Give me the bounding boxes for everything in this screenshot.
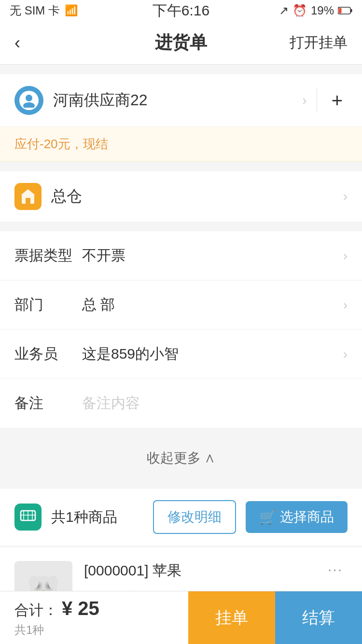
invoice-value: 不开票	[82, 246, 343, 266]
supplier-chevron-icon: ›	[302, 93, 306, 108]
carrier-label: 无 SIM 卡	[10, 3, 60, 18]
status-bar: 无 SIM 卡 📶 下午6:16 ↗ ⏰ 19%	[0, 0, 362, 21]
sales-row[interactable]: 业务员 这是859的小智 ›	[0, 330, 362, 379]
product-code: [0000001]	[84, 562, 148, 578]
dept-row[interactable]: 部门 总 部 ›	[0, 280, 362, 330]
svg-rect-2	[339, 8, 342, 14]
location-icon: ↗	[279, 4, 289, 17]
bottom-bar: 合计： ¥ 25 共1种 挂单 结算	[0, 591, 362, 644]
product-name: [0000001] 苹果	[84, 561, 323, 581]
add-supplier-button[interactable]: +	[327, 90, 348, 112]
invoice-chevron-icon: ›	[343, 248, 348, 264]
total-amount: ¥ 25	[62, 598, 99, 619]
warehouse-name: 总仓	[51, 186, 343, 207]
collapse-row[interactable]: 收起更多 ∧	[0, 437, 362, 479]
product-menu-button[interactable]: ···	[323, 561, 348, 577]
sales-value: 这是859的小智	[82, 344, 343, 364]
status-time: 下午6:16	[153, 1, 209, 21]
invoice-row[interactable]: 票据类型 不开票 ›	[0, 231, 362, 280]
svg-rect-7	[26, 198, 30, 204]
page-title: 进货单	[155, 31, 207, 55]
select-product-icon: 🛒	[259, 509, 276, 525]
svg-point-3	[26, 95, 32, 101]
product-header: 共1种商品 修改明细 🛒 选择商品	[0, 489, 362, 546]
battery-icon	[338, 7, 352, 14]
svg-point-18	[29, 575, 39, 589]
nav-bar: ‹ 进货单 打开挂单	[0, 21, 362, 65]
svg-point-19	[48, 575, 58, 589]
svg-point-4	[23, 102, 35, 108]
status-right: ↗ ⏰ 19%	[279, 4, 352, 17]
select-product-label: 选择商品	[280, 508, 334, 526]
back-button[interactable]: ‹	[14, 33, 20, 53]
product-title-name: 苹果	[153, 562, 181, 578]
edit-detail-button[interactable]: 修改明细	[153, 500, 236, 534]
alarm-icon: ⏰	[292, 4, 307, 17]
warehouse-icon	[14, 183, 42, 210]
section-divider-1	[0, 65, 362, 74]
warehouse-row[interactable]: 总仓 ›	[0, 171, 362, 222]
supplier-avatar	[14, 86, 43, 115]
supplier-row[interactable]: 河南供应商22 › +	[0, 74, 362, 127]
product-icon	[14, 504, 42, 531]
battery-label: 19%	[311, 4, 334, 17]
total-section: 合计： ¥ 25 共1种	[0, 591, 188, 644]
select-product-button[interactable]: 🛒 选择商品	[246, 501, 348, 533]
dept-label: 部门	[14, 295, 82, 315]
form-section: 票据类型 不开票 › 部门 总 部 › 业务员 这是859的小智 › 备注 备注…	[0, 231, 362, 428]
dept-chevron-icon: ›	[343, 297, 348, 313]
notice-bar: 应付-20元，现结	[0, 127, 362, 162]
wifi-icon: 📶	[65, 4, 78, 17]
warehouse-chevron-icon: ›	[343, 189, 348, 204]
total-line1: 合计： ¥ 25	[14, 598, 174, 620]
remark-label: 备注	[14, 393, 82, 413]
total-label: 合计：	[14, 601, 58, 620]
supplier-divider	[317, 88, 317, 112]
sales-label: 业务员	[14, 344, 82, 364]
hang-button[interactable]: 挂单	[188, 591, 275, 644]
svg-marker-6	[21, 189, 35, 195]
open-pending-button[interactable]: 打开挂单	[290, 33, 348, 53]
svg-rect-1	[351, 9, 352, 13]
total-count: 共1种	[14, 622, 174, 638]
status-left: 无 SIM 卡 📶	[10, 3, 78, 18]
product-count: 共1种商品	[51, 507, 143, 527]
dept-value: 总 部	[82, 295, 343, 315]
remark-input[interactable]: 备注内容	[82, 393, 348, 413]
sales-chevron-icon: ›	[343, 347, 348, 362]
checkout-button[interactable]: 结算	[275, 591, 362, 644]
remark-row[interactable]: 备注 备注内容	[0, 379, 362, 428]
avatar-icon	[19, 91, 39, 110]
invoice-label: 票据类型	[14, 246, 82, 266]
supplier-name: 河南供应商22	[53, 90, 302, 111]
